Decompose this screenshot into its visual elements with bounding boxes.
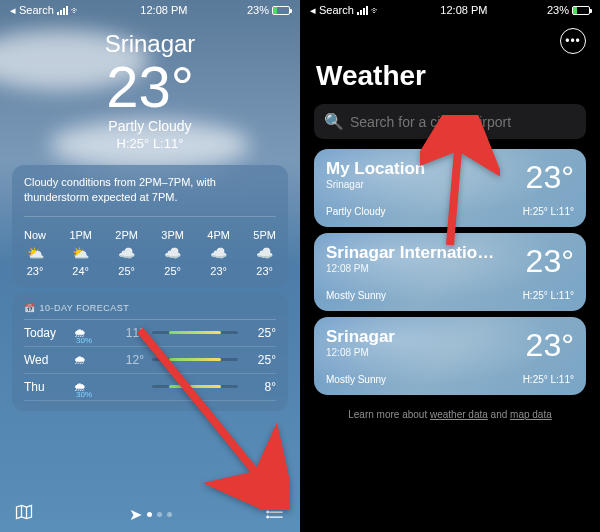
svg-point-2 (267, 516, 269, 518)
hi-lo: H:25° L:11° (0, 136, 300, 151)
hourly-forecast[interactable]: Now⛅23°1PM⛅24°2PM☁️25°3PM☁️25°4PM☁️23°5P… (24, 216, 276, 277)
back-label[interactable]: Search (19, 4, 54, 16)
hour-item: Now⛅23° (24, 225, 46, 277)
svg-point-1 (267, 511, 269, 513)
battery-icon (572, 6, 590, 15)
hourly-card[interactable]: Cloudy conditions from 2PM–7PM, with thu… (12, 165, 288, 287)
location-card[interactable]: Srinagar12:08 PM23°Mostly SunnyH:25° L:1… (314, 317, 586, 395)
current-weather: Srinagar 23° Partly Cloudy H:25° L:11° (0, 20, 300, 159)
hour-item: 5PM☁️23° (253, 225, 276, 277)
hour-item: 2PM☁️25° (115, 225, 138, 277)
status-time: 12:08 PM (440, 4, 487, 16)
location-arrow-icon: ➤ (129, 505, 142, 524)
hour-item: 1PM⛅24° (69, 225, 92, 277)
battery-icon (272, 6, 290, 15)
signal-icon (357, 6, 368, 15)
page-title: Weather (300, 20, 600, 100)
back-label[interactable]: Search (319, 4, 354, 16)
svg-point-0 (267, 506, 269, 508)
weather-detail-screen: Search ᯤ 12:08 PM 23% Srinagar 23° Partl… (0, 0, 300, 532)
current-temp: 23° (0, 58, 300, 116)
location-card[interactable]: My LocationSrinagar23°Partly CloudyH:25°… (314, 149, 586, 227)
search-field[interactable] (350, 114, 576, 130)
tab-bar: ➤ (0, 496, 300, 532)
search-icon: 🔍 (324, 112, 344, 131)
wifi-icon: ᯤ (371, 5, 381, 16)
summary-text: Cloudy conditions from 2PM–7PM, with thu… (24, 175, 276, 206)
map-icon[interactable] (14, 502, 34, 526)
search-input[interactable]: 🔍 (314, 104, 586, 139)
weather-data-link[interactable]: weather data (430, 409, 488, 420)
wifi-icon: ᯤ (71, 5, 81, 16)
condition: Partly Cloudy (0, 118, 300, 134)
forecast-row[interactable]: Today🌧30%11°25° (24, 320, 276, 347)
forecast-row[interactable]: Wed🌧12°25° (24, 347, 276, 374)
status-time: 12:08 PM (140, 4, 187, 16)
forecast-card[interactable]: 📅 10-DAY FORECAST Today🌧30%11°25°Wed🌧12°… (12, 293, 288, 411)
status-bar: Search ᯤ 12:08 PM 23% (0, 0, 300, 20)
battery-pct: 23% (547, 4, 569, 16)
hour-item: 4PM☁️23° (207, 225, 230, 277)
page-dots[interactable]: ➤ (129, 505, 172, 524)
weather-list-screen: Search ᯤ 12:08 PM 23% ••• Weather 🔍 My L… (300, 0, 600, 532)
status-bar: Search ᯤ 12:08 PM 23% (300, 0, 600, 20)
more-button[interactable]: ••• (560, 28, 586, 54)
location-card[interactable]: Srinagar Internatio…12:08 PM23°Mostly Su… (314, 233, 586, 311)
list-icon[interactable] (266, 502, 286, 526)
map-data-link[interactable]: map data (510, 409, 552, 420)
signal-icon (57, 6, 68, 15)
battery-pct: 23% (247, 4, 269, 16)
learn-more: Learn more about weather data and map da… (300, 401, 600, 428)
forecast-row[interactable]: Thu🌧30%8° (24, 374, 276, 401)
hour-item: 3PM☁️25° (161, 225, 184, 277)
forecast-title: 📅 10-DAY FORECAST (24, 303, 276, 320)
